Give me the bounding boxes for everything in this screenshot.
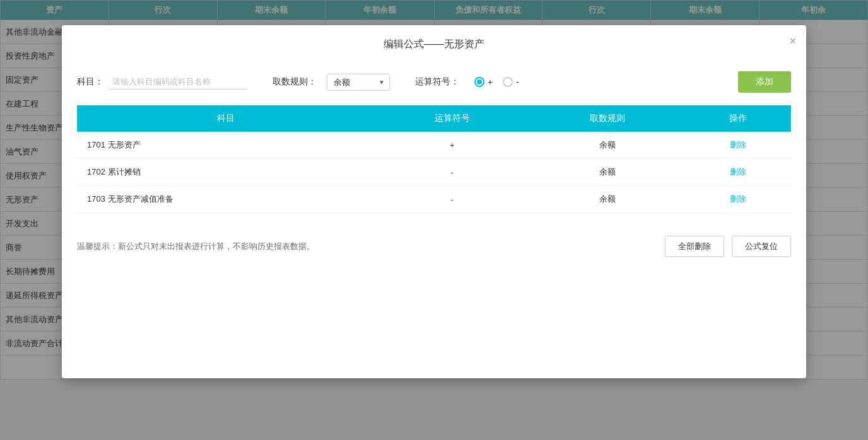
cell-rule: 余额 (530, 159, 685, 186)
rule-label: 取数规则： (273, 76, 317, 88)
reset-button[interactable]: 公式复位 (732, 236, 791, 257)
close-button[interactable]: × (789, 35, 796, 47)
cell-subject: 1702 累计摊销 (77, 159, 375, 186)
cell-subject: 1703 无形资产减值准备 (77, 186, 375, 213)
table-row: 1701 无形资产+余额删除 (77, 132, 791, 159)
operator-minus-option[interactable]: - (503, 77, 519, 87)
rule-select-wrap: 余额 借方 贷方 借方发生额 贷方发生额 ▼ (327, 74, 390, 91)
radio-minus-icon[interactable] (503, 77, 513, 87)
modal-footer: 温馨提示：新公式只对未出报表进行计算，不影响历史报表数据。 全部删除 公式复位 (62, 223, 806, 257)
operator-group: 运算符号： + - (415, 76, 519, 88)
formula-table: 科目 运算符号 取数规则 操作 1701 无形资产+余额删除1702 累计摊销-… (77, 105, 791, 213)
col-header-action: 操作 (685, 105, 791, 132)
modal-overlay: 编辑公式——无形资产 × 科目： 取数规则： 余额 借方 贷方 借方发生额 贷方… (0, 0, 868, 440)
add-button[interactable]: 添加 (738, 71, 791, 93)
form-row: 科目： 取数规则： 余额 借方 贷方 借方发生额 贷方发生额 ▼ 运算符号： (62, 61, 806, 105)
data-table-wrap: 科目 运算符号 取数规则 操作 1701 无形资产+余额删除1702 累计摊销-… (62, 105, 806, 213)
footer-buttons: 全部删除 公式复位 (665, 236, 791, 257)
cell-subject: 1701 无形资产 (77, 132, 375, 159)
operator-plus-label: + (488, 77, 493, 87)
delete-all-button[interactable]: 全部删除 (665, 236, 724, 257)
cell-operator: - (375, 159, 530, 186)
col-header-subject: 科目 (77, 105, 375, 132)
cell-rule: 余额 (530, 132, 685, 159)
cell-operator: - (375, 186, 530, 213)
rule-select[interactable]: 余额 借方 贷方 借方发生额 贷方发生额 (327, 74, 390, 91)
subject-label: 科目： (77, 76, 103, 88)
subject-input[interactable] (108, 74, 247, 90)
operator-label: 运算符号： (415, 76, 459, 88)
delete-row-button[interactable]: 删除 (730, 140, 746, 149)
modal-header: 编辑公式——无形资产 × (62, 25, 806, 61)
modal-dialog: 编辑公式——无形资产 × 科目： 取数规则： 余额 借方 贷方 借方发生额 贷方… (62, 25, 806, 378)
operator-minus-label: - (516, 77, 519, 87)
col-header-rule: 取数规则 (530, 105, 685, 132)
modal-title: 编辑公式——无形资产 (384, 38, 484, 49)
footer-tip: 温馨提示：新公式只对未出报表进行计算，不影响历史报表数据。 (77, 241, 315, 252)
delete-row-button[interactable]: 删除 (730, 194, 746, 204)
cell-action: 删除 (685, 186, 791, 213)
table-row: 1702 累计摊销-余额删除 (77, 159, 791, 186)
table-header-row: 科目 运算符号 取数规则 操作 (77, 105, 791, 132)
cell-action: 删除 (685, 159, 791, 186)
col-header-operator: 运算符号 (375, 105, 530, 132)
operator-plus-option[interactable]: + (474, 77, 493, 87)
table-row: 1703 无形资产减值准备-余额删除 (77, 186, 791, 213)
delete-row-button[interactable]: 删除 (730, 167, 746, 177)
rule-section: 取数规则： 余额 借方 贷方 借方发生额 贷方发生额 ▼ (273, 74, 390, 91)
cell-action: 删除 (685, 132, 791, 159)
cell-rule: 余额 (530, 186, 685, 213)
radio-plus-icon[interactable] (474, 77, 484, 87)
cell-operator: + (375, 132, 530, 159)
